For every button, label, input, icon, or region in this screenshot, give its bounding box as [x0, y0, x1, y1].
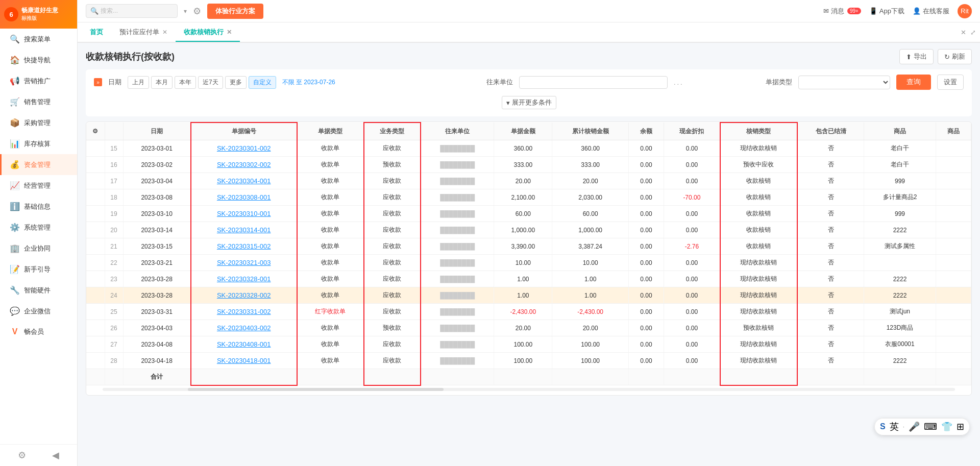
row-doc-no[interactable]: SK-20230331-002 [191, 304, 297, 320]
doc-no-link[interactable]: SK-20230408-001 [217, 340, 271, 348]
doc-type-select[interactable] [798, 76, 890, 89]
doc-no-link[interactable]: SK-20230310-001 [217, 210, 271, 217]
row-doc-no[interactable]: SK-20230310-001 [191, 206, 297, 222]
custom-date-button[interactable]: 自定义 [249, 76, 276, 89]
online-service-item[interactable]: 👤 在线客服 [913, 7, 949, 16]
keyboard-icon[interactable]: ⌨ [924, 421, 937, 432]
row-doc-no[interactable]: SK-20230403-002 [191, 320, 297, 336]
row-amount: 100.00 [494, 353, 552, 369]
partner-input[interactable] [519, 76, 668, 89]
sidebar-item-basic[interactable]: ℹ️ 基础信息 [0, 196, 77, 217]
table-scrollbar[interactable] [103, 388, 955, 391]
sidebar-item-search[interactable]: 🔍 搜索菜单 [0, 29, 77, 50]
col-balance[interactable]: 余额 [629, 122, 664, 140]
export-button[interactable]: ⬆ 导出 [899, 49, 934, 64]
gear-icon[interactable]: ⚙ [193, 6, 201, 17]
col-gear[interactable]: ⚙ [86, 122, 105, 140]
col-discount[interactable]: 现金折扣 [664, 122, 720, 140]
sidebar-item-finance[interactable]: 💰 资金管理 [0, 154, 77, 175]
query-button[interactable]: 查询 [896, 75, 931, 90]
sidebar-item-operations[interactable]: 📈 经营管理 [0, 175, 77, 196]
col-product2[interactable]: 商品 [936, 122, 971, 140]
sidebar-item-enterprise[interactable]: 🏢 企业协同 [0, 238, 77, 259]
col-amount[interactable]: 单据金额 [494, 122, 552, 140]
this-month-button[interactable]: 本月 [151, 76, 173, 89]
col-doc-no[interactable]: 单据编号 [191, 122, 297, 140]
col-biz-type[interactable]: 业务类型 [364, 122, 421, 140]
sidebar-item-purchase[interactable]: 📦 采购管理 [0, 112, 77, 133]
doc-no-link[interactable]: SK-20230418-001 [217, 357, 271, 364]
col-cancel-type[interactable]: 核销类型 [720, 122, 797, 140]
sidebar-item-system[interactable]: ⚙️ 系统管理 [0, 217, 77, 238]
this-year-button[interactable]: 本年 [175, 76, 196, 89]
doc-no-link[interactable]: SK-20230315-002 [217, 242, 271, 250]
dropdown-chevron-icon[interactable]: ▾ [184, 8, 187, 15]
last-7days-button[interactable]: 近7天 [198, 76, 223, 89]
tab-prepay-close-icon[interactable]: ✕ [162, 29, 167, 36]
avatar[interactable]: Rit [958, 4, 972, 18]
english-icon[interactable]: 英 [890, 421, 899, 433]
col-cum-amount[interactable]: 累计核销金额 [552, 122, 629, 140]
doc-no-link[interactable]: SK-20230301-002 [217, 144, 271, 152]
col-doc-type[interactable]: 单据类型 [297, 122, 364, 140]
row-doc-no[interactable]: SK-20230408-001 [191, 336, 297, 353]
setting-button[interactable]: 设置 [937, 75, 964, 90]
doc-no-link[interactable]: SK-20230331-002 [217, 308, 271, 315]
refresh-button[interactable]: ↻ 刷新 [938, 49, 972, 64]
settings-icon[interactable]: ⚙ [18, 450, 26, 461]
sidebar-item-sales[interactable]: 🛒 销售管理 [0, 91, 77, 112]
sidebar-item-member[interactable]: V 畅会员 [0, 322, 77, 342]
doc-no-link[interactable]: SK-20230302-002 [217, 161, 271, 168]
row-doc-no[interactable]: SK-20230308-001 [191, 189, 297, 206]
row-doc-no[interactable]: SK-20230314-001 [191, 222, 297, 238]
row-doc-no[interactable]: SK-20230304-001 [191, 173, 297, 189]
col-date[interactable]: 日期 [123, 122, 191, 140]
doc-no-link[interactable]: SK-20230314-001 [217, 226, 271, 234]
tab-collection[interactable]: 收款核销执行 ✕ [176, 23, 240, 42]
industry-solution-button[interactable]: 体验行业方案 [207, 4, 263, 19]
tab-home[interactable]: 首页 [82, 23, 111, 42]
col-include-settled[interactable]: 包含已结清 [797, 122, 864, 140]
col-partner[interactable]: 往来单位 [421, 122, 494, 140]
last-month-button[interactable]: 上月 [128, 76, 149, 89]
row-doc-no[interactable]: SK-20230418-001 [191, 353, 297, 369]
tab-prepay[interactable]: 预计应应付单 ✕ [111, 23, 176, 42]
expand-window-icon[interactable]: ⤢ [970, 29, 976, 36]
sidebar-item-guide[interactable]: 📝 新手引导 [0, 259, 77, 280]
tab-collection-close-icon[interactable]: ✕ [227, 29, 232, 36]
sidebar-item-marketing[interactable]: 📢 营销推广 [0, 70, 77, 91]
sidebar-item-wechat[interactable]: 💬 企业微信 [0, 301, 77, 322]
doc-no-link[interactable]: SK-20230328-002 [217, 291, 271, 299]
row-balance: 0.00 [629, 206, 664, 222]
row-doc-no[interactable]: SK-20230301-002 [191, 140, 297, 157]
doc-no-link[interactable]: SK-20230403-002 [217, 324, 271, 332]
message-item[interactable]: ✉ 消息 99+ [823, 7, 861, 16]
row-doc-no[interactable]: SK-20230315-002 [191, 238, 297, 255]
shirt-icon[interactable]: 👕 [941, 421, 952, 432]
search-box[interactable]: 🔍 搜索... [86, 4, 178, 18]
date-filter-buttons: 上月 本月 本年 近7天 更多 自定义 [128, 76, 276, 89]
collapse-icon[interactable]: ◀ [52, 450, 59, 461]
row-doc-no[interactable]: SK-20230328-002 [191, 287, 297, 304]
doc-no-link[interactable]: SK-20230328-001 [217, 275, 271, 283]
expand-more-button[interactable]: ▾ 展开更多条件 [502, 96, 556, 109]
table-scroll-thumb[interactable] [188, 388, 444, 391]
col-product[interactable]: 商品 [864, 122, 936, 140]
filter-expand-left[interactable]: » [94, 78, 102, 86]
row-doc-no[interactable]: SK-20230321-003 [191, 255, 297, 271]
doc-no-link[interactable]: SK-20230304-001 [217, 177, 271, 185]
row-doc-no[interactable]: SK-20230302-002 [191, 157, 297, 173]
grid-icon[interactable]: ⊞ [957, 421, 964, 432]
table-row: 242023-03-28SK-20230328-002收款单应收款███████… [86, 287, 971, 304]
sidebar-item-hardware-label: 智能硬件 [24, 286, 51, 295]
doc-no-link[interactable]: SK-20230308-001 [217, 193, 271, 201]
sidebar-item-quicknav[interactable]: 🏠 快捷导航 [0, 50, 77, 70]
more-button[interactable]: 更多 [225, 76, 247, 89]
mic-icon[interactable]: 🎤 [909, 421, 920, 432]
doc-no-link[interactable]: SK-20230321-003 [217, 259, 271, 266]
close-window-icon[interactable]: ✕ [961, 29, 966, 36]
row-doc-no[interactable]: SK-20230328-001 [191, 271, 297, 287]
app-download-item[interactable]: 📱 App下载 [869, 7, 904, 16]
sidebar-item-inventory[interactable]: 📊 库存核算 [0, 133, 77, 154]
sidebar-item-hardware[interactable]: 🔧 智能硬件 [0, 280, 77, 301]
